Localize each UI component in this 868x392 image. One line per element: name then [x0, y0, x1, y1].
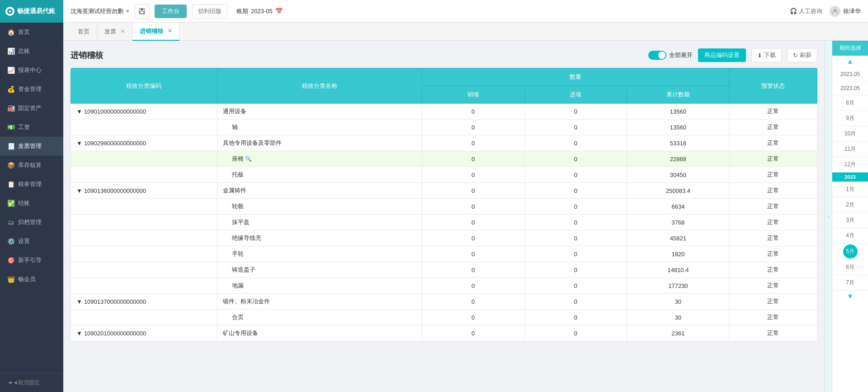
period-month-item[interactable]: 2月 [832, 197, 868, 213]
expand-toggle[interactable]: 全部展开 [648, 51, 693, 60]
download-button[interactable]: ⬇ 下载 [751, 48, 782, 62]
table-row: 手轮 0 0 1820 正常 [71, 246, 817, 262]
sidebar-item-guide[interactable]: 🎯新手引导 [0, 251, 63, 270]
total-cell: 14810.4 [627, 262, 730, 278]
warning-cell: 正常 [729, 183, 817, 199]
purchase-cell: 0 [524, 325, 627, 341]
product-code-button[interactable]: 商品编码设置 [698, 48, 746, 62]
data-table: 税收分类编码 税收分类名称 数量 预警状态 销项 进项 累计数额 ▼109010 [71, 68, 817, 341]
sidebar-footer[interactable]: ◄◄取消固定 [0, 373, 63, 392]
warning-cell: 正常 [729, 294, 817, 310]
page-header-actions: 全部展开 商品编码设置 ⬇ 下载 ↻ 刷新 [648, 48, 817, 62]
sidebar-item-inventory[interactable]: 📦库存核算 [0, 156, 63, 175]
sidebar-item-assets[interactable]: 🏭固定资产 [0, 99, 63, 118]
calendar-icon[interactable]: 📅 [275, 8, 283, 14]
period-month-item[interactable]: 11月 [832, 142, 868, 157]
sale-cell: 0 [422, 246, 524, 262]
purchase-cell: 0 [524, 167, 627, 183]
workspace-button[interactable]: 工作台 [155, 5, 187, 18]
expand-icon[interactable]: ▼ [76, 330, 82, 337]
total-cell: 13560 [627, 104, 730, 120]
period-month-item[interactable]: 10月 [832, 126, 868, 142]
sidebar-item-settings[interactable]: ⚙️设置 [0, 232, 63, 251]
refresh-button[interactable]: ↻ 刷新 [787, 48, 817, 62]
period-month-item[interactable]: 5月 [843, 244, 858, 259]
table-row: 轴 0 0 13560 正常 [71, 120, 817, 135]
support-button[interactable]: 🎧 人工咨询 [790, 7, 822, 15]
col-warning: 预警状态 [729, 68, 817, 104]
table-row: ▼1090100000000000000 通用设备 0 0 13560 正常 [71, 104, 817, 120]
toggle-switch-icon[interactable] [648, 51, 666, 60]
period-month-item[interactable]: 3月 [832, 213, 868, 228]
period-header-item[interactable]: 2023.05 [832, 81, 868, 96]
period-month-item[interactable]: 6月 [832, 260, 868, 275]
sale-cell: 0 [422, 120, 524, 135]
tax-code-cell [71, 278, 217, 294]
item-name-cell: 地漏 [217, 278, 422, 294]
old-version-button[interactable]: 切到旧版 [192, 4, 227, 19]
sidebar-item-funds[interactable]: 💰资金管理 [0, 80, 63, 99]
breadcrumb-bar: 首页发票✕进销稽核✕ [63, 23, 868, 41]
warning-cell: 正常 [729, 151, 817, 167]
expand-icon[interactable]: ▼ [76, 140, 82, 147]
zoom-icon[interactable]: 🔍 [245, 156, 252, 162]
period-header-item[interactable]: 2023.05 [832, 67, 868, 81]
user-menu[interactable]: 徐泽华 [830, 6, 861, 17]
save-button[interactable] [135, 4, 149, 19]
page-content: 进销稽核 全部展开 商品编码设置 ⬇ 下载 ↻ 刷新 [63, 41, 868, 392]
sidebar-item-invoice[interactable]: 🧾发票管理 [0, 137, 63, 156]
period-month-item[interactable]: 1月 [832, 182, 868, 197]
sidebar-item-checkout[interactable]: ✅结账 [0, 194, 63, 213]
tax-name-cell: 其他专用设备及零部件 [217, 135, 422, 151]
purchase-cell: 0 [524, 151, 627, 167]
sidebar-item-reports[interactable]: 📈报表中心 [0, 61, 63, 80]
warning-cell: 正常 [729, 262, 817, 278]
total-cell: 22868 [627, 151, 730, 167]
expand-icon[interactable]: ▼ [76, 187, 82, 194]
table-row: 合页 0 0 30 正常 [71, 310, 817, 325]
expand-icon[interactable]: ▼ [76, 298, 82, 305]
sale-cell: 0 [422, 262, 524, 278]
period-month-item[interactable]: 12月 [832, 157, 868, 172]
breadcrumb-tab-发票[interactable]: 发票✕ [97, 23, 132, 41]
breadcrumb-tab-首页[interactable]: 首页 [71, 23, 97, 41]
refresh-icon: ↻ [793, 52, 798, 59]
sidebar-item-tax[interactable]: 📋税务管理 [0, 175, 63, 194]
col-sale: 销项 [422, 86, 524, 104]
sidebar-item-ledger[interactable]: 📊总账 [0, 42, 63, 61]
item-name-cell: 轮毂 [217, 199, 422, 215]
period-month-item[interactable]: 9月 [832, 111, 868, 126]
sidebar-item-label: 设置 [18, 237, 30, 245]
item-name-cell: 托板 [217, 167, 422, 183]
period-month-item[interactable]: 2023 [832, 172, 868, 182]
period-month-item[interactable]: 4月 [832, 228, 868, 244]
tax-code-cell: ▼1090100000000000000 [71, 104, 217, 120]
sidebar-item-label: 固定资产 [18, 104, 42, 112]
period-month-item[interactable]: 8月 [832, 96, 868, 111]
period-month-item[interactable]: 7月 [832, 275, 868, 291]
period-up-button[interactable]: ▲ [847, 57, 854, 66]
warning-cell: 正常 [729, 278, 817, 294]
close-icon[interactable]: ✕ [168, 28, 172, 34]
sale-cell: 0 [422, 278, 524, 294]
sidebar-item-home[interactable]: 🏠首页 [0, 23, 63, 42]
checkout-icon: ✅ [7, 200, 14, 207]
sidebar-item-member[interactable]: 👑畅会员 [0, 270, 63, 289]
period-nav-down[interactable]: ▼ [832, 291, 868, 302]
period-down-button[interactable]: ▼ [847, 292, 854, 301]
sidebar-item-archive[interactable]: 🗂归档管理 [0, 213, 63, 232]
purchase-cell: 0 [524, 294, 627, 310]
invoice-icon: 🧾 [7, 143, 14, 150]
company-selector[interactable]: 沈海英测试经营勿删 ▾ [71, 7, 129, 15]
table-row: 托板 0 0 30450 正常 [71, 167, 817, 183]
sale-cell: 0 [422, 310, 524, 325]
total-cell: 45821 [627, 230, 730, 246]
period-value: 2023-05 [251, 8, 273, 14]
expand-icon[interactable]: ▼ [76, 108, 82, 115]
side-collapse-button[interactable]: › [825, 41, 832, 392]
sidebar-item-salary[interactable]: 💵工资 [0, 118, 63, 137]
breadcrumb-tab-进销稽核[interactable]: 进销稽核✕ [132, 23, 179, 41]
home-icon: 🏠 [7, 29, 14, 36]
period-nav-up[interactable]: ▲ [832, 56, 868, 67]
close-icon[interactable]: ✕ [121, 29, 125, 34]
